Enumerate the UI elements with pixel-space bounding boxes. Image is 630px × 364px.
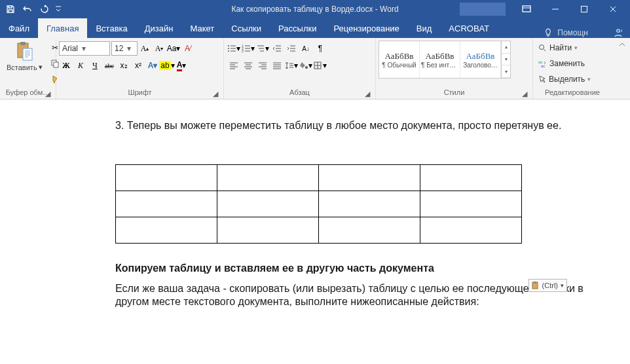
replace-icon: abac: [538, 60, 547, 68]
tab-layout[interactable]: Макет: [181, 18, 223, 38]
paragraph[interactable]: 3. Теперь вы можете переместить таблицу …: [115, 119, 593, 133]
user-badge[interactable]: [460, 3, 506, 16]
svg-rect-1: [582, 7, 587, 12]
tab-insert[interactable]: Вставка: [87, 18, 136, 38]
svg-point-16: [540, 45, 544, 49]
close-button[interactable]: [599, 0, 627, 18]
minimize-button[interactable]: [541, 0, 570, 18]
chevron-down-icon[interactable]: ▾: [81, 44, 87, 53]
tab-mailings[interactable]: Рассылки: [270, 18, 325, 38]
clipboard-icon: [532, 281, 540, 290]
chevron-down-icon: ▾: [561, 282, 564, 289]
qat-customize-button[interactable]: [54, 1, 63, 17]
text-effects-button[interactable]: A▾: [145, 58, 160, 73]
line-spacing-button[interactable]: ▾: [284, 58, 299, 73]
clear-format-button[interactable]: A⁄: [181, 41, 195, 56]
svg-point-8: [228, 45, 229, 46]
redo-button[interactable]: [37, 1, 52, 17]
style-normal[interactable]: АаБбВв ¶ Обычный: [379, 41, 420, 78]
tab-file[interactable]: Файл: [0, 18, 38, 38]
superscript-button[interactable]: x²: [131, 58, 145, 73]
font-size-combo[interactable]: 12▾: [111, 41, 138, 56]
justify-button[interactable]: [270, 58, 284, 73]
styles-launcher[interactable]: ◢: [521, 88, 528, 96]
paste-options-label: (Ctrl): [542, 282, 558, 289]
svg-point-14: [305, 66, 308, 69]
font-color-button[interactable]: A▾: [174, 58, 189, 73]
sort-button[interactable]: A↓: [299, 41, 313, 56]
ribbon-options-button[interactable]: [512, 0, 541, 18]
group-label: Редактирование: [545, 88, 600, 96]
tab-home[interactable]: Главная: [38, 18, 87, 38]
group-label: Стили: [444, 88, 465, 96]
strike-button[interactable]: abc: [102, 58, 117, 73]
document-table[interactable]: [115, 164, 522, 244]
svg-text:ac: ac: [541, 64, 545, 68]
font-name-combo[interactable]: Arial▾: [59, 41, 110, 56]
font-launcher[interactable]: ◢: [212, 88, 219, 96]
save-button[interactable]: [3, 1, 18, 17]
svg-text:3: 3: [242, 49, 244, 52]
svg-rect-5: [23, 48, 32, 60]
style-nospacing[interactable]: АаБбВв ¶ Без инте…: [420, 41, 460, 78]
maximize-button[interactable]: [570, 0, 599, 18]
group-paragraph: ▾ 123▾ ▾ A↓ ¶ ▾ ▾ ▾ Абзац◢: [224, 38, 376, 99]
chevron-down-icon[interactable]: ▾: [126, 44, 132, 53]
show-marks-button[interactable]: ¶: [313, 41, 327, 56]
align-right-button[interactable]: [255, 58, 270, 73]
tab-design[interactable]: Дизайн: [136, 18, 182, 38]
heading[interactable]: Копируем таблицу и вставляем ее в другую…: [115, 262, 593, 276]
grow-font-button[interactable]: A▴: [138, 41, 152, 56]
multilevel-button[interactable]: ▾: [255, 41, 270, 56]
numbering-button[interactable]: 123▾: [241, 41, 255, 56]
subscript-button[interactable]: x₂: [117, 58, 131, 73]
underline-button[interactable]: Ч: [88, 58, 102, 73]
tab-view[interactable]: Вид: [408, 18, 441, 38]
align-center-button[interactable]: [241, 58, 255, 73]
search-icon: [538, 44, 547, 52]
align-left-button[interactable]: [227, 58, 241, 73]
tab-references[interactable]: Ссылки: [223, 18, 270, 38]
shrink-font-button[interactable]: A▾: [152, 41, 166, 56]
window-title: Как скопировать таблицу в Ворде.docx - W…: [231, 5, 398, 14]
styles-scroll-down[interactable]: ▾: [502, 54, 510, 66]
replace-button[interactable]: abac Заменить: [536, 56, 587, 71]
paragraph-launcher[interactable]: ◢: [363, 88, 371, 96]
italic-button[interactable]: К: [73, 58, 88, 73]
ribbon: Вставить▾ ✂ Буфер обм…◢ Arial▾ 12▾ A▴ A▾…: [0, 38, 630, 100]
clipboard-launcher[interactable]: ◢: [44, 88, 52, 96]
svg-rect-0: [523, 6, 530, 12]
paste-button[interactable]: Вставить▾: [3, 39, 46, 73]
bold-button[interactable]: Ж: [59, 58, 73, 73]
paste-options-smart-tag[interactable]: (Ctrl) ▾: [528, 279, 567, 292]
paragraph[interactable]: Если же ваша задача - скопировать (или в…: [115, 282, 593, 310]
cursor-icon: [538, 75, 546, 84]
borders-button[interactable]: ▾: [313, 58, 327, 73]
collapse-ribbon-button[interactable]: [618, 41, 626, 48]
tell-me-field[interactable]: Помощн: [557, 28, 588, 37]
document-area[interactable]: стрелку. 3. Теперь вы можете переместить…: [0, 100, 630, 364]
tab-review[interactable]: Рецензирование: [325, 18, 407, 38]
highlight-button[interactable]: ab▾: [160, 58, 174, 73]
change-case-button[interactable]: Aa▾: [166, 41, 181, 56]
title-bar: Как скопировать таблицу в Ворде.docx - W…: [0, 0, 630, 18]
group-styles: АаБбВв ¶ Обычный АаБбВв ¶ Без инте… АаБб…: [376, 38, 533, 99]
styles-gallery: АаБбВв ¶ Обычный АаБбВв ¶ Без инте… АаБб…: [379, 41, 511, 79]
chevron-down-icon: ▾: [39, 63, 43, 71]
undo-button[interactable]: [20, 1, 35, 17]
group-label: Шрифт: [128, 88, 151, 96]
bullets-button[interactable]: ▾: [227, 41, 241, 56]
decrease-indent-button[interactable]: [270, 41, 284, 56]
share-button[interactable]: [613, 27, 623, 38]
styles-scroll-up[interactable]: ▴: [502, 41, 510, 54]
increase-indent-button[interactable]: [284, 41, 299, 56]
group-clipboard: Вставить▾ ✂ Буфер обм…◢: [0, 38, 56, 99]
find-button[interactable]: Найти▾: [536, 41, 580, 55]
shading-button[interactable]: ▾: [299, 58, 313, 73]
styles-expand[interactable]: ▾: [502, 65, 510, 78]
select-button[interactable]: Выделить▾: [536, 72, 593, 86]
style-heading1[interactable]: АаБбВв Заголово…: [460, 41, 501, 78]
group-editing: Найти▾ abac Заменить Выделить▾ Редактиро…: [533, 38, 612, 99]
group-font: Arial▾ 12▾ A▴ A▾ Aa▾ A⁄ Ж К Ч abc x₂ x² …: [56, 38, 224, 99]
tab-acrobat[interactable]: ACROBAT: [440, 18, 498, 38]
